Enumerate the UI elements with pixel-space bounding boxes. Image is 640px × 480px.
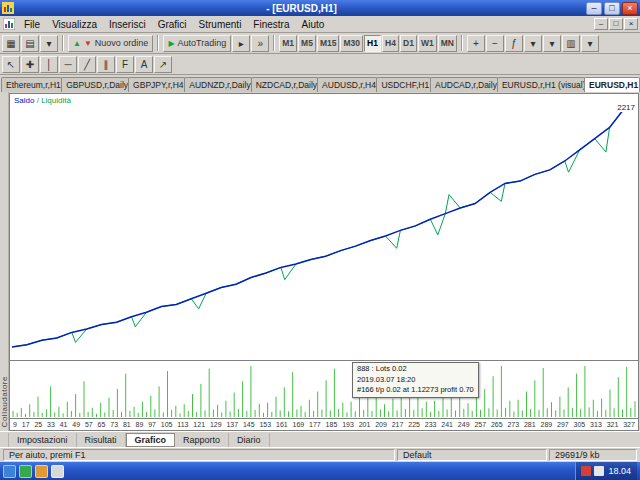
toolbar-separator [273, 35, 275, 51]
tester-tab-rapporto[interactable]: Rapporto [175, 433, 229, 447]
tester-tab-impostazioni[interactable]: Impostazioni [8, 433, 77, 447]
x-tick: 321 [607, 421, 619, 428]
chart-tab-gbpjpy-r-h4[interactable]: GBPJPY,r,H4 [128, 77, 185, 92]
chart-autoscroll-icon[interactable]: » [251, 35, 269, 52]
chart-tab-ethereum-r-h1[interactable]: Ethereum,r,H1 [1, 77, 62, 92]
balance-equity-curves [10, 94, 638, 360]
zoom-out-icon[interactable]: − [486, 35, 504, 52]
tray-icons [581, 466, 604, 476]
timeframe-h4[interactable]: H4 [382, 35, 399, 52]
x-tick: 177 [309, 421, 321, 428]
x-tick: 137 [226, 421, 238, 428]
menu-finestra[interactable]: Finestra [247, 18, 295, 31]
timeframe-m5[interactable]: M5 [298, 35, 316, 52]
timeframe-mn[interactable]: MN [438, 35, 457, 52]
x-tick: 273 [507, 421, 519, 428]
templates-icon[interactable]: ▥ [562, 35, 580, 52]
tester-side-tab[interactable]: Collaudatore [0, 92, 9, 431]
chart-tab-nzdcad-r-daily[interactable]: NZDCAD,r,Daily [251, 77, 318, 92]
cursor-icon[interactable]: ↖ [2, 56, 20, 73]
minimize-button[interactable]: – [586, 2, 602, 15]
vertical-line-icon[interactable]: │ [40, 56, 58, 73]
timeframe-m30[interactable]: M30 [340, 35, 363, 52]
drawing-toolbar: ↖✚│─╱∥FA↗ [0, 54, 640, 75]
x-tick: 241 [441, 421, 453, 428]
chart-tabs-bar: Ethereum,r,H1GBPUSD,r,DailyGBPJPY,r,H4AU… [0, 75, 640, 92]
tooltip-line-1: 888 : Lots 0.02 [357, 364, 474, 375]
chart-shift-icon[interactable]: ▸ [232, 35, 250, 52]
autotrading-play-icon: ▶ [168, 39, 174, 48]
menu-strumenti[interactable]: Strumenti [193, 18, 248, 31]
text-label-icon[interactable]: A [135, 56, 153, 73]
maximize-button[interactable]: □ [604, 2, 620, 15]
menu-bar: FileVisualizzaInserisciGraficiStrumentiF… [0, 16, 640, 33]
title-bar: - [EURUSD,H1] – □ × [0, 0, 640, 16]
tester-tab-risultati[interactable]: Risultati [77, 433, 126, 447]
tester-tab-grafico[interactable]: Grafico [126, 433, 176, 447]
tester-side-tab-label: Collaudatore [0, 376, 9, 427]
status-help-text: Per aiuto, premi F1 [3, 449, 395, 461]
timeframe-d1[interactable]: D1 [400, 35, 417, 52]
menu-visualizza[interactable]: Visualizza [46, 18, 103, 31]
new-chart-icon[interactable]: ▦ [2, 35, 20, 52]
lots-histogram[interactable] [10, 361, 638, 419]
x-tick: 73 [110, 421, 118, 428]
chart-window-icon[interactable]: ▤ [21, 35, 39, 52]
x-tick: 217 [392, 421, 404, 428]
new-order-button[interactable]: ▲▼ Nuovo ordine [68, 35, 153, 52]
terminal-icon[interactable] [3, 465, 16, 478]
horizontal-line-icon[interactable]: ─ [59, 56, 77, 73]
profiles-dropdown-icon[interactable]: ▾ [40, 35, 58, 52]
chart-tab-usdchf-h1[interactable]: USDCHF,H1 [376, 77, 431, 92]
arrow-objects-icon[interactable]: ↗ [154, 56, 172, 73]
tester-tab-diario[interactable]: Diario [229, 433, 270, 447]
chart-tab-audnzd-r-daily[interactable]: AUDNZD,r,Daily [184, 77, 251, 92]
chart-tab-eurusd-h1[interactable]: EURUSD,H1 [584, 77, 640, 92]
trendline-icon[interactable]: ╱ [78, 56, 96, 73]
lots-bars [10, 361, 638, 418]
mdi-minimize-button[interactable]: – [594, 18, 608, 30]
x-tick: 97 [148, 421, 156, 428]
timeframe-m15[interactable]: M15 [317, 35, 340, 52]
mdi-restore-button[interactable]: □ [609, 18, 623, 30]
browser-icon[interactable] [51, 465, 64, 478]
autotrading-button[interactable]: ▶ AutoTrading [163, 35, 231, 52]
tooltip-line-3: #166 t/p 0.02 at 1.12273 profit 0.70 [357, 385, 474, 396]
drawing-tools-group: ↖✚│─╱∥FA↗ [2, 56, 172, 73]
x-tick: 289 [541, 421, 553, 428]
timeframe-m1[interactable]: M1 [279, 35, 297, 52]
x-tick: 17 [22, 421, 30, 428]
chart-options-group: ▸» [232, 35, 269, 52]
chart-tab-eurusd-r-h1-visual[interactable]: EURUSD,r,H1 (visual) [497, 77, 585, 92]
indicators-dropdown-icon[interactable]: ▾ [524, 35, 542, 52]
application-window: - [EURUSD,H1] – □ × FileVisualizzaInseri… [0, 0, 640, 480]
status-profile[interactable]: Default [397, 449, 547, 461]
new-order-label: Nuovo ordine [95, 38, 149, 48]
x-tick: 41 [60, 421, 68, 428]
chart-tab-audusd-r-h4[interactable]: AUDUSD,r,H4 [317, 77, 377, 92]
timeframes-dropdown-icon[interactable]: ▾ [543, 35, 561, 52]
menu-aiuto[interactable]: Aiuto [295, 18, 330, 31]
chart-tab-audcad-r-daily[interactable]: AUDCAD,r,Daily [430, 77, 498, 92]
indicators-icon[interactable]: ƒ [505, 35, 523, 52]
x-tick: 265 [491, 421, 503, 428]
close-button[interactable]: × [622, 2, 638, 15]
timeframe-h1[interactable]: H1 [364, 35, 381, 52]
timeframe-w1[interactable]: W1 [418, 35, 437, 52]
equidistant-channel-icon[interactable]: ∥ [97, 56, 115, 73]
menu-grafici[interactable]: Grafici [152, 18, 193, 31]
templates-dropdown-icon[interactable]: ▾ [581, 35, 599, 52]
mdi-close-button[interactable]: × [624, 18, 638, 30]
balance-equity-chart[interactable]: Saldo / Liquidità 2217 [10, 94, 638, 361]
status-bar: Per aiuto, premi F1 Default 29691/9 kb [0, 447, 640, 462]
crosshair-icon[interactable]: ✚ [21, 56, 39, 73]
chart-icon[interactable] [19, 465, 32, 478]
chart-tab-gbpusd-r-daily[interactable]: GBPUSD,r,Daily [61, 77, 129, 92]
folder-icon[interactable] [35, 465, 48, 478]
taskbar-clock: 18.04 [608, 466, 631, 476]
menu-file[interactable]: File [18, 18, 46, 31]
zoom-in-icon[interactable]: + [467, 35, 485, 52]
toolbar-separator [461, 35, 463, 51]
menu-inserisci[interactable]: Inserisci [103, 18, 152, 31]
fibonacci-icon[interactable]: F [116, 56, 134, 73]
